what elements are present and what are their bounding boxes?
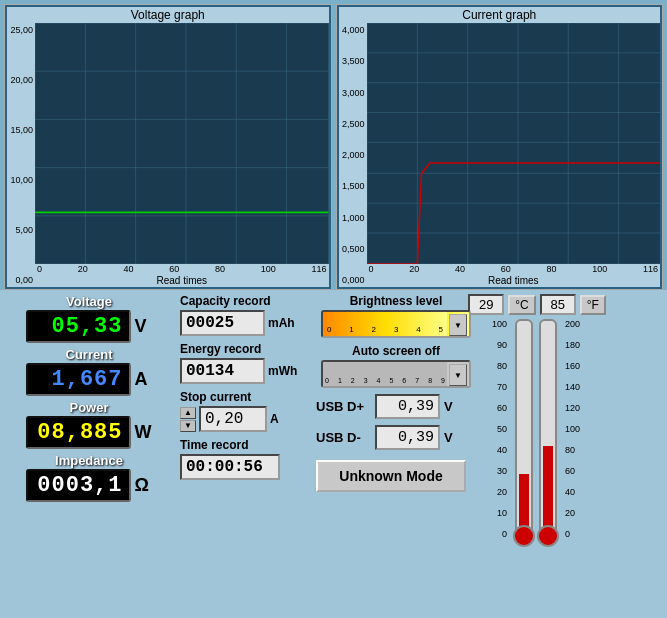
usb-dminus-block: USB D- V: [316, 425, 476, 450]
voltage-graph-container: Voltage graph 25,00 20,00 15,00 10,00 5,…: [4, 4, 332, 290]
capacity-record-input[interactable]: [180, 310, 265, 336]
fahrenheit-scale: 200 180 160 140 120 100 80 60 40 20 0: [563, 319, 582, 539]
stop-current-block: Stop current ▲ ▼ A: [180, 390, 310, 432]
voltage-y-axis: 25,00 20,00 15,00 10,00 5,00 0,00: [7, 23, 35, 287]
voltage-x-axis: 0 20 40 60 80 100 116: [35, 264, 329, 274]
time-record-block: Time record: [180, 438, 310, 480]
voltage-unit: V: [135, 316, 153, 337]
power-block: Power 08,885 W: [4, 400, 174, 449]
brightness-dropdown-arrow[interactable]: ▼: [449, 314, 467, 336]
autoscreen-slider-container[interactable]: ▼ 0 1 2 3 4 5 6 7 8 9: [321, 360, 471, 388]
current-graph-title: Current graph: [339, 7, 661, 23]
right-mid-panel: Brightness level ▼ 0 1 2 3 4 5 Auto sc: [316, 294, 476, 614]
capacity-record-row: mAh: [180, 310, 310, 336]
voltage-graph-main: 0 20 40 60 80 100 116 Read times: [35, 23, 329, 287]
thermo-header: °C °F: [468, 294, 606, 315]
current-graph-container: Current graph 4,000 3,500 3,000 2,500 2,…: [336, 4, 664, 290]
unknown-mode-button[interactable]: Unknown Mode: [316, 460, 466, 492]
usb-dplus-unit: V: [444, 399, 453, 414]
voltage-display: 05,33: [26, 310, 131, 343]
power-row: 08,885 W: [26, 416, 153, 449]
current-row: 1,667 A: [26, 363, 153, 396]
power-label: Power: [69, 400, 108, 415]
graphs-row: Voltage graph 25,00 20,00 15,00 10,00 5,…: [0, 0, 667, 290]
current-svg: [367, 23, 661, 264]
capacity-record-block: Capacity record mAh: [180, 294, 310, 336]
fahrenheit-scale-col: 200 180 160 140 120 100 80 60 40 20 0: [563, 319, 582, 539]
fahrenheit-tube: [539, 319, 557, 539]
current-y-axis: 4,000 3,500 3,000 2,500 2,000 1,500 1,00…: [339, 23, 367, 287]
stop-current-unit: A: [270, 412, 279, 426]
celsius-unit-button[interactable]: °C: [508, 295, 535, 315]
current-unit: A: [135, 369, 153, 390]
energy-record-label: Energy record: [180, 342, 310, 356]
thermometer-panel: °C °F 100 90 80 70 60 50 40 30 2: [482, 294, 592, 614]
current-block: Current 1,667 A: [4, 347, 174, 396]
stop-current-down-button[interactable]: ▼: [180, 420, 196, 432]
main-container: Voltage graph 25,00 20,00 15,00 10,00 5,…: [0, 0, 667, 618]
usb-dminus-input[interactable]: [375, 425, 440, 450]
stop-current-up-button[interactable]: ▲: [180, 407, 196, 419]
fahrenheit-fill: [543, 446, 553, 537]
time-record-label: Time record: [180, 438, 310, 452]
power-unit: W: [135, 422, 153, 443]
fahrenheit-bulb: [537, 525, 559, 547]
celsius-tube-col: [515, 319, 533, 539]
energy-record-unit: mWh: [268, 364, 297, 378]
left-panel: Voltage 05,33 V Current 1,667 A Power 08…: [4, 294, 174, 614]
stop-current-label: Stop current: [180, 390, 310, 404]
stop-current-spin-buttons: ▲ ▼: [180, 407, 196, 432]
stop-current-input[interactable]: [199, 406, 267, 432]
fahrenheit-tube-col: [539, 319, 557, 539]
current-display: 1,667: [26, 363, 131, 396]
time-record-row: [180, 454, 310, 480]
usb-dplus-label: USB D+: [316, 399, 371, 414]
fahrenheit-value-input[interactable]: [540, 294, 576, 315]
usb-dplus-block: USB D+ V: [316, 394, 476, 419]
voltage-plot: [35, 23, 329, 264]
brightness-slider-container[interactable]: ▼ 0 1 2 3 4 5: [321, 310, 471, 338]
time-record-input[interactable]: [180, 454, 280, 480]
current-x-axis: 0 20 40 60 80 100 116: [367, 264, 661, 274]
voltage-graph-wrapper: 25,00 20,00 15,00 10,00 5,00 0,00: [7, 23, 329, 287]
voltage-block: Voltage 05,33 V: [4, 294, 174, 343]
celsius-value-input[interactable]: [468, 294, 504, 315]
autoscreen-block: Auto screen off ▼ 0 1 2 3 4 5 6 7 8 9: [316, 344, 476, 388]
controls-row: Voltage 05,33 V Current 1,667 A Power 08…: [0, 290, 667, 618]
energy-record-block: Energy record mWh: [180, 342, 310, 384]
capacity-record-label: Capacity record: [180, 294, 310, 308]
autoscreen-dropdown-arrow[interactable]: ▼: [449, 364, 467, 386]
brightness-label: Brightness level: [350, 294, 443, 308]
energy-record-row: mWh: [180, 358, 310, 384]
impedance-display: 0003,1: [26, 469, 131, 502]
celsius-tube: [515, 319, 533, 539]
power-display: 08,885: [26, 416, 131, 449]
voltage-label: Voltage: [66, 294, 112, 309]
middle-panel: Capacity record mAh Energy record mWh St…: [180, 294, 310, 614]
energy-record-input[interactable]: [180, 358, 265, 384]
voltage-graph-title: Voltage graph: [7, 7, 329, 23]
usb-dplus-input[interactable]: [375, 394, 440, 419]
stop-current-spin-row: ▲ ▼ A: [180, 406, 310, 432]
impedance-label: Impedance: [55, 453, 123, 468]
voltage-svg: [35, 23, 329, 264]
autoscreen-label: Auto screen off: [352, 344, 440, 358]
current-label: Current: [66, 347, 113, 362]
usb-dminus-label: USB D-: [316, 430, 371, 445]
current-graph-main: 0 20 40 60 80 100 116 Read times: [367, 23, 661, 287]
current-x-label: Read times: [367, 274, 661, 287]
impedance-block: Impedance 0003,1 Ω: [4, 453, 174, 502]
thermometers-row: 100 90 80 70 60 50 40 30 20 10 0: [492, 319, 582, 539]
celsius-thermo-col: 100 90 80 70 60 50 40 30 20 10 0: [492, 319, 509, 539]
capacity-record-unit: mAh: [268, 316, 295, 330]
voltage-row: 05,33 V: [26, 310, 153, 343]
celsius-scale: 100 90 80 70 60 50 40 30 20 10 0: [492, 319, 509, 539]
usb-dminus-unit: V: [444, 430, 453, 445]
impedance-unit: Ω: [135, 475, 153, 496]
impedance-row: 0003,1 Ω: [26, 469, 153, 502]
fahrenheit-unit-button[interactable]: °F: [580, 295, 606, 315]
voltage-x-label: Read times: [35, 274, 329, 287]
brightness-block: Brightness level ▼ 0 1 2 3 4 5: [316, 294, 476, 338]
current-plot: [367, 23, 661, 264]
current-graph-wrapper: 4,000 3,500 3,000 2,500 2,000 1,500 1,00…: [339, 23, 661, 287]
